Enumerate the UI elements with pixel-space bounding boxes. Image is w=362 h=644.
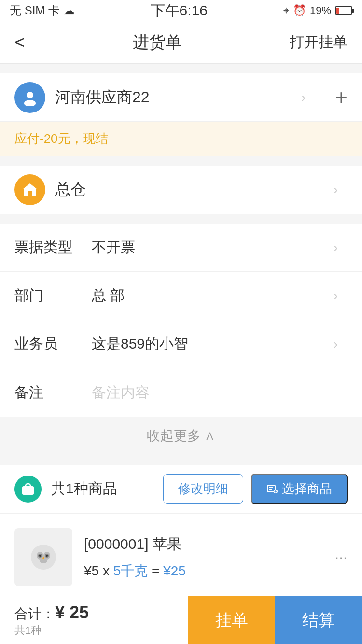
notice-text: 应付-20元，现结 (14, 131, 108, 146)
supplier-avatar (14, 82, 45, 113)
note-row[interactable]: 备注 备注内容 (0, 368, 362, 417)
nav-bar: < 进货单 打开挂单 (0, 21, 362, 64)
product-thumb-icon (29, 543, 58, 572)
status-bar: 无 SIM 卡 ☁ 下午6:16 ⌖ ⏰ 19% (0, 0, 362, 21)
total-amount: ¥ 25 (55, 602, 89, 622)
product-section: 共1种商品 修改明细 选择商品 (0, 465, 362, 601)
staff-label: 业务员 (14, 334, 82, 354)
alarm-icon: ⏰ (293, 4, 306, 17)
invoice-chevron-icon: › (334, 240, 338, 255)
svg-point-18 (46, 555, 48, 557)
checkout-button[interactable]: 结算 (275, 596, 362, 644)
product-header: 共1种商品 修改明细 选择商品 (0, 465, 362, 513)
product-count-icon (14, 476, 42, 503)
staff-chevron-icon: › (334, 336, 338, 352)
add-supplier-button[interactable]: + (335, 85, 348, 110)
warehouse-svg (22, 182, 38, 198)
warehouse-section: 总仓 › (0, 166, 362, 214)
department-chevron-icon: › (334, 288, 338, 304)
price-equals: = (148, 563, 163, 578)
hang-button[interactable]: 挂单 (188, 596, 275, 644)
collapse-label: 收起更多 ∧ (147, 427, 216, 445)
department-label: 部门 (14, 286, 82, 306)
total-count: 共1种 (14, 623, 174, 638)
status-time: 下午6:16 (151, 1, 208, 21)
svg-point-0 (27, 92, 33, 98)
location-icon: ⌖ (283, 4, 289, 17)
price-qty: 5千克 (113, 563, 148, 578)
product-name: [0000001] 苹果 (84, 534, 325, 554)
product-info: [0000001] 苹果 ¥5 x 5千克 = ¥25 (84, 534, 325, 580)
department-value: 总 部 (82, 286, 334, 306)
svg-point-19 (40, 559, 47, 563)
product-price: ¥5 x 5千克 = ¥25 (84, 562, 325, 580)
status-right: ⌖ ⏰ 19% (283, 4, 352, 17)
battery-icon (335, 6, 352, 15)
sim-text: 无 SIM 卡 ☁ (10, 3, 75, 18)
status-left: 无 SIM 卡 ☁ (10, 3, 75, 18)
price-base: ¥5 x (84, 563, 113, 578)
svg-rect-4 (28, 191, 32, 196)
invoice-value: 不开票 (82, 238, 334, 257)
note-input[interactable]: 备注内容 (82, 383, 348, 403)
staff-value: 这是859的小智 (82, 334, 334, 354)
invoice-row[interactable]: 票据类型 不开票 › (0, 224, 362, 272)
product-thumbnail (14, 528, 72, 586)
bag-icon (20, 481, 36, 497)
supplier-name: 河南供应商22 (55, 87, 301, 108)
product-count-text: 共1种商品 (51, 479, 163, 499)
select-product-icon (266, 483, 278, 495)
warehouse-chevron-icon: › (334, 182, 338, 197)
total-area: 合计：¥ 25 共1种 (0, 596, 188, 644)
total-line: 合计：¥ 25 (14, 602, 174, 623)
supplier-divider (325, 85, 325, 110)
svg-point-17 (39, 555, 41, 557)
select-product-button[interactable]: 选择商品 (251, 474, 348, 504)
page-title: 进货单 (133, 31, 182, 54)
edit-detail-button[interactable]: 修改明细 (163, 474, 243, 504)
collapse-bar[interactable]: 收起更多 ∧ (0, 417, 362, 455)
notice-bar: 应付-20元，现结 (0, 122, 362, 156)
select-product-label: 选择商品 (282, 480, 332, 497)
person-icon (21, 89, 39, 106)
supplier-chevron-icon: › (301, 90, 306, 105)
invoice-label: 票据类型 (14, 238, 82, 257)
back-button[interactable]: < (14, 32, 25, 53)
warehouse-icon (14, 174, 45, 205)
supplier-row[interactable]: 河南供应商22 › + (0, 73, 362, 122)
warehouse-row[interactable]: 总仓 › (0, 166, 362, 214)
supplier-section: 河南供应商22 › + 应付-20元，现结 (0, 73, 362, 156)
product-item: [0000001] 苹果 ¥5 x 5千克 = ¥25 ··· (0, 513, 362, 601)
product-more-button[interactable]: ··· (325, 548, 348, 566)
svg-rect-5 (22, 486, 34, 495)
bottom-bar: 合计：¥ 25 共1种 挂单 结算 (0, 596, 362, 644)
note-label: 备注 (14, 383, 82, 403)
open-hang-button[interactable]: 打开挂单 (290, 32, 348, 52)
svg-marker-3 (23, 183, 37, 189)
battery-percent: 19% (310, 4, 331, 17)
department-row[interactable]: 部门 总 部 › (0, 272, 362, 320)
form-section: 票据类型 不开票 › 部门 总 部 › 业务员 这是859的小智 › 备注 备注… (0, 224, 362, 417)
total-label: 合计： (14, 606, 55, 621)
price-total: ¥25 (163, 563, 186, 578)
svg-point-1 (24, 100, 36, 106)
staff-row[interactable]: 业务员 这是859的小智 › (0, 320, 362, 368)
warehouse-name: 总仓 (55, 179, 334, 200)
